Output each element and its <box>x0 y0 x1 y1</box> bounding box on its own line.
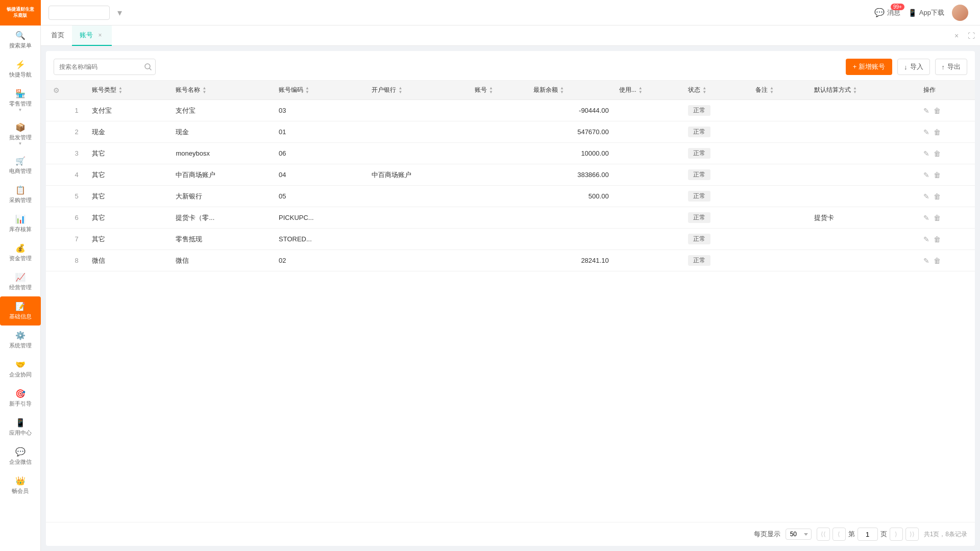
sort-remark-icon: ▲▼ <box>770 86 774 94</box>
sort-account-name-icon: ▲▼ <box>202 86 206 94</box>
th-account-number[interactable]: 账号 ▲▼ <box>470 81 528 100</box>
row-settlement: 提货卡 <box>809 207 918 229</box>
import-button[interactable]: ↓ 导入 <box>897 59 930 75</box>
prev-page-btn[interactable]: ⟨ <box>832 528 846 541</box>
notification-button[interactable]: 💬 消息 99+ <box>874 8 900 17</box>
sidebar-item-wholesale[interactable]: 📦 批发管理 ▼ <box>0 117 41 151</box>
th-account-code[interactable]: 账号编码 ▲▼ <box>274 81 366 100</box>
status-badge: 正常 <box>688 169 710 180</box>
row-balance: -90444.00 <box>528 100 614 121</box>
tab-account-close[interactable]: × <box>96 31 104 39</box>
table-header: ⚙ 账号类型 ▲▼ 账号名称 ▲▼ <box>46 81 975 100</box>
row-action: ✎ 🗑 <box>918 164 975 186</box>
edit-icon[interactable]: ✎ <box>923 171 929 179</box>
edit-icon[interactable]: ✎ <box>923 235 929 243</box>
last-page-btn[interactable]: ⟩⟩ <box>905 528 919 541</box>
tab-home[interactable]: 首页 <box>43 26 72 46</box>
next-page-btn[interactable]: ⟩ <box>890 528 903 541</box>
th-bank[interactable]: 开户银行 ▲▼ <box>366 81 470 100</box>
delete-icon[interactable]: 🗑 <box>934 214 941 222</box>
delete-icon[interactable]: 🗑 <box>934 149 941 158</box>
th-settlement[interactable]: 默认结算方式 ▲▼ <box>809 81 918 100</box>
page-number-input[interactable] <box>857 528 878 541</box>
finance-icon: 💰 <box>15 243 26 253</box>
row-code: STORED... <box>274 229 366 250</box>
status-badge: 正常 <box>688 255 710 266</box>
sidebar-item-finance[interactable]: 💰 资金管理 <box>0 238 41 267</box>
action-cell: ✎ 🗑 <box>923 257 970 265</box>
user-avatar-area[interactable] <box>952 5 972 21</box>
sidebar-item-enterprise-agreement[interactable]: 🤝 企业协同 <box>0 355 41 384</box>
add-account-button[interactable]: + 新增账号 <box>846 59 892 75</box>
edit-icon[interactable]: ✎ <box>923 149 929 158</box>
sort-bank-icon: ▲▼ <box>398 86 402 94</box>
delete-icon[interactable]: 🗑 <box>934 128 941 136</box>
edit-icon[interactable]: ✎ <box>923 257 929 265</box>
delete-icon[interactable]: 🗑 <box>934 171 941 179</box>
app-download-button[interactable]: 📱 App下载 <box>908 8 944 17</box>
sidebar-item-retail[interactable]: 🏪 零售管理 ▼ <box>0 84 41 117</box>
sidebar-item-purchase[interactable]: 📋 采购管理 <box>0 180 41 209</box>
enterprise-agreement-icon: 🤝 <box>15 360 26 369</box>
row-name: 微信 <box>170 250 274 271</box>
th-account-type[interactable]: 账号类型 ▲▼ <box>87 81 170 100</box>
sidebar-item-quick-nav[interactable]: ⚡ 快捷导航 <box>0 55 41 84</box>
action-cell: ✎ 🗑 <box>923 235 970 243</box>
sidebar-item-basic-info[interactable]: 📝 基础信息 <box>0 296 41 325</box>
delete-icon[interactable]: 🗑 <box>934 107 941 115</box>
system-icon: ⚙️ <box>15 331 26 340</box>
app-center-icon: 📱 <box>15 418 26 428</box>
th-account-name[interactable]: 账号名称 ▲▼ <box>170 81 274 100</box>
tab-maximize-btn[interactable]: ⛶ <box>965 30 977 42</box>
row-remark <box>750 164 809 186</box>
row-bank: 中百商场账户 <box>366 164 470 186</box>
sidebar-item-newbie[interactable]: 🎯 新手引导 <box>0 384 41 413</box>
tab-account[interactable]: 账号 × <box>72 26 112 46</box>
sidebar-item-search-menu[interactable]: 🔍 搜索菜单 <box>0 26 41 55</box>
row-type: 其它 <box>87 229 170 250</box>
row-settlement <box>809 229 918 250</box>
sidebar-item-ecommerce[interactable]: 🛒 电商管理 <box>0 151 41 180</box>
row-code: 04 <box>274 164 366 186</box>
sidebar-item-app-center[interactable]: 📱 应用中心 <box>0 413 41 442</box>
edit-icon[interactable]: ✎ <box>923 214 929 222</box>
edit-icon[interactable]: ✎ <box>923 192 929 201</box>
tab-close-btn[interactable]: × <box>950 30 963 42</box>
first-page-btn[interactable]: ⟨⟨ <box>817 528 830 541</box>
sort-status-icon: ▲▼ <box>702 86 706 94</box>
sidebar-item-business[interactable]: 📈 经营管理 <box>0 267 41 296</box>
settings-gear-icon[interactable]: ⚙ <box>53 86 60 94</box>
row-settlement <box>809 250 918 271</box>
delete-icon[interactable]: 🗑 <box>934 257 941 265</box>
row-status: 正常 <box>683 100 750 121</box>
sidebar-item-enterprise-wechat[interactable]: 💬 企业微信 <box>0 442 41 471</box>
row-bank <box>366 143 470 164</box>
row-name: moneybosx <box>170 143 274 164</box>
th-remark[interactable]: 备注 ▲▼ <box>750 81 809 100</box>
row-account <box>470 143 528 164</box>
th-status[interactable]: 状态 ▲▼ <box>683 81 750 100</box>
row-bank <box>366 121 470 143</box>
sidebar-item-vip[interactable]: 👑 畅会员 <box>0 471 41 500</box>
phone-icon: 📱 <box>908 9 917 17</box>
row-number: 4 <box>66 164 87 186</box>
delete-icon[interactable]: 🗑 <box>934 235 941 243</box>
edit-icon[interactable]: ✎ <box>923 128 929 136</box>
search-input[interactable] <box>54 60 141 73</box>
th-balance[interactable]: 最新余额 ▲▼ <box>528 81 614 100</box>
th-usage[interactable]: 使用... ▲▼ <box>614 81 683 100</box>
row-type: 现金 <box>87 121 170 143</box>
retail-icon: 🏪 <box>15 89 26 98</box>
top-search-input[interactable] <box>48 6 110 20</box>
dropdown-icon[interactable]: ▾ <box>117 7 122 18</box>
delete-icon[interactable]: 🗑 <box>934 192 941 201</box>
search-button[interactable] <box>141 59 155 74</box>
page-size-select[interactable]: 50 20 100 <box>786 529 812 540</box>
sidebar-item-inventory[interactable]: 📊 库存核算 <box>0 209 41 238</box>
edit-icon[interactable]: ✎ <box>923 107 929 115</box>
basic-info-icon: 📝 <box>15 302 26 311</box>
row-balance <box>528 207 614 229</box>
sidebar-item-system[interactable]: ⚙️ 系统管理 <box>0 325 41 355</box>
export-button[interactable]: ↑ 导出 <box>935 59 968 75</box>
row-balance: 383866.00 <box>528 164 614 186</box>
